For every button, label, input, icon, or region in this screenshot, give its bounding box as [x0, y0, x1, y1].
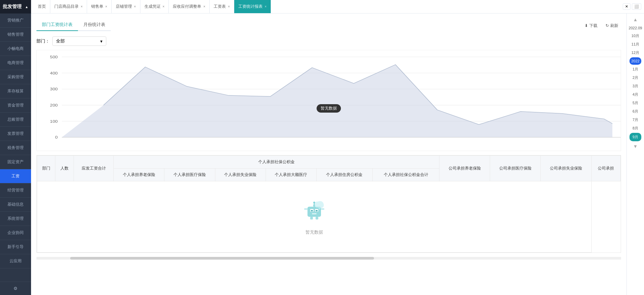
- chart-tooltip: 暂无数据: [317, 104, 341, 113]
- sidebar-item-经营管理[interactable]: 经营管理: [0, 183, 31, 198]
- tab-close-icon[interactable]: ×: [81, 5, 83, 8]
- timeline-item-10月[interactable]: 10月: [628, 32, 643, 40]
- sidebar-item-小畅电商[interactable]: 小畅电商: [0, 42, 31, 56]
- timeline-item-2022[interactable]: 2022: [629, 57, 642, 65]
- svg-point-22: [313, 202, 315, 204]
- tab-label: 工资统计报表: [238, 4, 263, 9]
- tab-label: 应收应付调整单: [173, 4, 201, 9]
- sub-tab-月份统计表[interactable]: 月份统计表: [78, 19, 111, 31]
- timeline-item-9月[interactable]: 9月: [629, 133, 642, 141]
- tab-close-icon[interactable]: ×: [163, 5, 165, 8]
- svg-text:300: 300: [50, 87, 58, 91]
- svg-rect-24: [321, 208, 324, 210]
- chart-svg: 500 400 300 200 100 0: [37, 50, 621, 151]
- sidebar-item-基础信息[interactable]: 基础信息: [0, 198, 31, 212]
- tab-工资统计报表[interactable]: 工资统计报表×: [234, 0, 271, 13]
- table-header-row-1: 部门 人数 应发工资合计 个人承担社保公积金 公司承担养老保险 公司承担医疗保险…: [37, 156, 621, 169]
- timeline-item-11月[interactable]: 11月: [628, 40, 643, 49]
- th-salary: 应发工资合计: [74, 156, 113, 181]
- tab-门店商品目录[interactable]: 门店商品目录×: [50, 0, 87, 13]
- svg-rect-19: [312, 213, 317, 214]
- timeline-item-7月[interactable]: 7月: [628, 116, 643, 124]
- empty-row: 暂无数据: [37, 181, 621, 253]
- sidebar-items: 营销推广销售管理小畅电商电商管理采购管理库存核算资金管理总账管理发票管理税务管理…: [0, 13, 31, 268]
- tab-close-icon[interactable]: ×: [134, 5, 136, 8]
- sidebar-header: 批发管理 ▲: [0, 0, 31, 13]
- sidebar-item-资金管理[interactable]: 资金管理: [0, 98, 31, 113]
- empty-robot-icon: [301, 198, 328, 225]
- sidebar-item-营销推广[interactable]: 营销推广: [0, 13, 31, 28]
- th-company-pension: 公司承担养老保险: [439, 156, 490, 181]
- sidebar-item-销售管理[interactable]: 销售管理: [0, 28, 31, 42]
- refresh-button[interactable]: ↻ 刷新: [603, 22, 621, 30]
- sidebar-item-库存核算[interactable]: 库存核算: [0, 84, 31, 98]
- timeline-up-nav[interactable]: ▲: [632, 16, 640, 24]
- sidebar-item-固定资产[interactable]: 固定资产: [0, 155, 31, 169]
- sub-tab-部门工资统计表[interactable]: 部门工资统计表: [36, 19, 78, 31]
- timeline-item-8月[interactable]: 8月: [628, 124, 643, 132]
- tab-应收应付调整单[interactable]: 应收应付调整单×: [169, 0, 210, 13]
- timeline-item-2月[interactable]: 2月: [628, 73, 643, 82]
- th-personal-total: 个人承担社保公积金合计: [373, 169, 439, 181]
- th-count: 人数: [55, 156, 74, 181]
- tab-label: 门店商品目录: [54, 4, 79, 9]
- timeline-item-2022.09[interactable]: 2022.09: [628, 24, 643, 32]
- svg-rect-23: [304, 208, 307, 210]
- tab-close-icon[interactable]: ×: [203, 5, 205, 8]
- th-personal-medical: 个人承担医疗保险: [164, 169, 215, 181]
- tab-close-icon[interactable]: ×: [105, 5, 107, 8]
- tab-label: 店铺管理: [116, 4, 132, 9]
- timeline-item-3月[interactable]: 3月: [628, 82, 643, 90]
- tab-close-icon[interactable]: ×: [228, 5, 230, 8]
- tab-店铺管理[interactable]: 店铺管理×: [112, 0, 140, 13]
- tab-label: 销售单: [91, 4, 103, 9]
- sub-tabs: 部门工资统计表月份统计表: [36, 19, 111, 31]
- dept-select-value: 全部: [56, 38, 65, 44]
- dept-select[interactable]: 全部 ▾: [52, 36, 106, 46]
- tab-工资表[interactable]: 工资表×: [210, 0, 234, 13]
- tab-label: 工资表: [214, 4, 226, 9]
- bottom-scrollbar[interactable]: [36, 257, 621, 260]
- sidebar-item-工资[interactable]: 工资: [0, 169, 31, 183]
- tab-生成凭证[interactable]: 生成凭证×: [140, 0, 169, 13]
- sidebar-item-新手引导[interactable]: 新手引导: [0, 240, 31, 254]
- scroll-thumb[interactable]: [70, 257, 374, 260]
- chevron-down-icon: ▾: [100, 39, 103, 44]
- sidebar-item-电商管理[interactable]: 电商管理: [0, 56, 31, 70]
- timeline-down-nav[interactable]: ▼: [632, 142, 640, 150]
- close-tab-button[interactable]: ✕: [623, 3, 630, 10]
- timeline-item-5月[interactable]: 5月: [628, 99, 643, 107]
- tab-销售单[interactable]: 销售单×: [87, 0, 112, 13]
- th-company-medical: 公司承担医疗保险: [490, 156, 541, 181]
- restore-tab-button[interactable]: ⬜: [632, 3, 641, 10]
- empty-state: 暂无数据: [40, 185, 589, 249]
- th-personal-housing: 个人承担住房公积金: [316, 169, 372, 181]
- tab-bar: 首页门店商品目录×销售单×店铺管理×生成凭证×应收应付调整单×工资表×工资统计报…: [31, 0, 644, 13]
- tab-items: 首页门店商品目录×销售单×店铺管理×生成凭证×应收应付调整单×工资表×工资统计报…: [34, 0, 271, 13]
- dept-label: 部门：: [36, 38, 50, 44]
- svg-text:100: 100: [50, 119, 58, 123]
- tab-close-icon[interactable]: ×: [265, 5, 267, 8]
- timeline-item-1月[interactable]: 1月: [628, 65, 643, 73]
- sidebar-item-系统管理[interactable]: 系统管理: [0, 212, 31, 226]
- sidebar-item-税务管理[interactable]: 税务管理: [0, 141, 31, 155]
- timeline-item-6月[interactable]: 6月: [628, 107, 643, 116]
- timeline-item-4月[interactable]: 4月: [628, 90, 643, 99]
- refresh-icon: ↻: [606, 23, 609, 28]
- sidebar: 批发管理 ▲ 营销推广销售管理小畅电商电商管理采购管理库存核算资金管理总账管理发…: [0, 0, 31, 295]
- sidebar-item-采购管理[interactable]: 采购管理: [0, 70, 31, 84]
- download-button[interactable]: ⬇ 下载: [582, 22, 600, 30]
- timeline-item-12月[interactable]: 12月: [628, 49, 643, 57]
- svg-text:200: 200: [50, 103, 58, 107]
- th-dept: 部门: [37, 156, 55, 181]
- sidebar-item-总账管理[interactable]: 总账管理: [0, 113, 31, 127]
- th-company-other: 公司承担: [591, 156, 620, 181]
- sidebar-item-发票管理[interactable]: 发票管理: [0, 127, 31, 141]
- sidebar-item-云应用[interactable]: 云应用: [0, 254, 31, 268]
- timeline-items: 2022.0910月11月12月20221月2月3月4月5月6月7月8月9月: [628, 24, 643, 142]
- settings-button[interactable]: ⚙: [0, 282, 31, 295]
- chart-container: 500 400 300 200 100 0 暂无数据: [36, 50, 621, 151]
- sidebar-item-企业协同[interactable]: 企业协同: [0, 226, 31, 240]
- filter-row: 部门： 全部 ▾: [36, 36, 621, 46]
- tab-首页[interactable]: 首页: [34, 0, 50, 13]
